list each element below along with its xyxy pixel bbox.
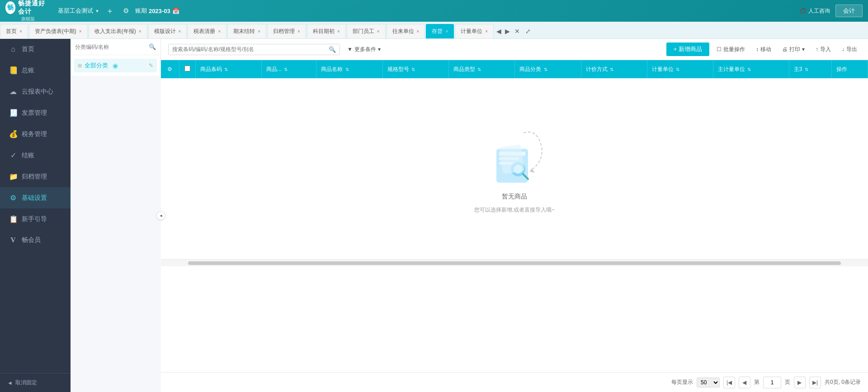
sidebar-label-archive: 归档管理 bbox=[22, 173, 47, 181]
category-search-input[interactable] bbox=[75, 44, 149, 50]
column-spec[interactable]: 规格型号 ⇅ bbox=[382, 60, 448, 78]
tab-unit[interactable]: 计量单位 × bbox=[455, 24, 494, 38]
add-tab-button[interactable]: ＋ bbox=[103, 5, 117, 16]
guide-icon: 📋 bbox=[9, 215, 17, 223]
sidebar: ⌂ 首页 📒 总账 ☁ 云报表中心 🧾 发票管理 💰 税务管理 ✓ 结账 📁 归… bbox=[0, 39, 71, 392]
page-next-button[interactable]: ▶ bbox=[794, 377, 806, 388]
tab-balance-sheet[interactable]: 资产负债表(中期) × bbox=[29, 24, 88, 38]
period-value: 2023-03 bbox=[149, 8, 170, 14]
column-code[interactable]: 商品... ⇅ bbox=[261, 60, 316, 78]
tab-period-close[interactable]: 期末结转 × bbox=[227, 24, 266, 38]
sidebar-item-reports[interactable]: ☁ 云报表中心 bbox=[0, 81, 71, 102]
tab-contact-label: 往来单位 bbox=[392, 28, 414, 35]
column-main-unit[interactable]: 主计量单位 ⇅ bbox=[713, 60, 789, 78]
panel-collapse-button[interactable]: ◄ bbox=[156, 211, 165, 220]
tab-expand-button[interactable]: ⤢ bbox=[523, 24, 533, 38]
pagination-bar: 每页显示 10 20 50 100 |◀ ◀ 第 页 ▶ ▶| 共0页, 0条记… bbox=[161, 372, 868, 392]
column-checkbox[interactable] bbox=[179, 60, 195, 78]
main-layout: ⌂ 首页 📒 总账 ☁ 云报表中心 🧾 发票管理 💰 税务管理 ✓ 结账 📁 归… bbox=[0, 39, 868, 392]
svg-rect-8 bbox=[499, 144, 524, 174]
tab-income-close[interactable]: × bbox=[139, 29, 142, 34]
cancel-fixed-button[interactable]: ◄ 取消固定 bbox=[0, 373, 71, 392]
sort-name-icon: ⇅ bbox=[345, 67, 349, 72]
tab-unit-close[interactable]: × bbox=[485, 29, 488, 34]
tab-template-label: 模版设计 bbox=[154, 28, 176, 35]
tab-subject-init-close[interactable]: × bbox=[337, 29, 340, 34]
sidebar-item-archive[interactable]: 📁 归档管理 bbox=[0, 166, 71, 187]
tab-archive[interactable]: 归档管理 × bbox=[267, 24, 306, 38]
tab-close-all-button[interactable]: ✕ bbox=[512, 24, 523, 38]
more-filter-button[interactable]: ▼ 更多条件 ▾ bbox=[344, 44, 384, 55]
tab-inventory[interactable]: 存货 × bbox=[426, 24, 454, 38]
tab-next-button[interactable]: ▶ bbox=[503, 24, 512, 38]
add-product-button[interactable]: + 新增商品 bbox=[666, 43, 709, 56]
export-button[interactable]: ↓ 导出 bbox=[838, 44, 861, 55]
tab-department[interactable]: 部门员工 × bbox=[347, 24, 386, 38]
category-edit-icon[interactable]: ✎ bbox=[149, 62, 153, 69]
page-first-button[interactable]: |◀ bbox=[723, 377, 735, 388]
category-all-item[interactable]: ⊞ 全部分类 ◉ ✎ bbox=[74, 59, 157, 72]
scrollbar-thumb[interactable] bbox=[188, 261, 841, 265]
header-settings-button[interactable]: ⚙ bbox=[120, 7, 132, 15]
tab-subject-init[interactable]: 科目期初 × bbox=[307, 24, 346, 38]
per-page-select[interactable]: 10 20 50 100 bbox=[697, 378, 720, 387]
column-extra[interactable]: 主3 ⇅ bbox=[789, 60, 831, 78]
sidebar-item-settings[interactable]: ⚙ 基础设置 bbox=[0, 187, 71, 208]
service-button[interactable]: 🎧 人工咨询 bbox=[800, 7, 830, 15]
tab-contact[interactable]: 往来单位 × bbox=[387, 24, 425, 38]
calendar-icon[interactable]: 📅 bbox=[172, 8, 179, 14]
chevron-down-icon: ▾ bbox=[378, 46, 381, 52]
sidebar-item-settle[interactable]: ✓ 结账 bbox=[0, 145, 71, 166]
page-number-input[interactable] bbox=[763, 377, 781, 388]
sidebar-item-member[interactable]: V 畅会员 bbox=[0, 230, 71, 250]
total-records-text: 共0页, 0条记录 bbox=[825, 378, 861, 386]
company-selector[interactable]: 基层工会测试 ▼ bbox=[58, 7, 99, 15]
page-last-button[interactable]: ▶| bbox=[809, 377, 821, 388]
column-name[interactable]: 商品名称 ⇅ bbox=[316, 60, 382, 78]
sort-barcode-icon: ⇅ bbox=[224, 67, 228, 72]
batch-button[interactable]: ☐ 批量操作 bbox=[713, 44, 749, 55]
sort-code-icon: ⇅ bbox=[284, 67, 288, 72]
sidebar-item-home[interactable]: ⌂ 首页 bbox=[0, 39, 71, 60]
empty-state: 暂无商品 您可以选择新增,或者直接导入哦~ bbox=[161, 78, 868, 259]
tab-home-close[interactable]: × bbox=[19, 29, 22, 34]
sidebar-item-ledger[interactable]: 📒 总账 bbox=[0, 60, 71, 81]
print-button[interactable]: 🖨 打印 ▾ bbox=[778, 44, 808, 55]
column-barcode[interactable]: 商品条码 ⇅ bbox=[195, 60, 261, 78]
sidebar-item-tax[interactable]: 💰 税务管理 bbox=[0, 123, 71, 145]
select-all-checkbox[interactable] bbox=[184, 66, 190, 71]
tab-period-close-label: 期末结转 bbox=[233, 28, 255, 35]
tab-income[interactable]: 收入支出表(年报) × bbox=[89, 24, 147, 38]
column-type[interactable]: 商品类型 ⇅ bbox=[448, 60, 514, 78]
column-category[interactable]: 商品分类 ⇅ bbox=[515, 60, 581, 78]
column-price-method[interactable]: 计价方式 ⇅ bbox=[581, 60, 647, 78]
sidebar-item-invoice[interactable]: 🧾 发票管理 bbox=[0, 102, 71, 123]
tab-period-close-x[interactable]: × bbox=[258, 29, 260, 34]
import-button[interactable]: ↑ 导入 bbox=[812, 44, 835, 55]
tab-balance-close[interactable]: × bbox=[79, 29, 82, 34]
move-button[interactable]: ↕ 移动 bbox=[752, 44, 775, 55]
product-table-container: ⚙ 商品条码 ⇅ 商品... ⇅ bbox=[161, 60, 868, 372]
pin-icon: ◄ bbox=[7, 380, 13, 386]
tab-inventory-close[interactable]: × bbox=[445, 29, 448, 34]
sidebar-item-guide[interactable]: 📋 新手引导 bbox=[0, 208, 71, 230]
column-action: 操作 bbox=[831, 60, 868, 78]
account-button[interactable]: 会计 bbox=[835, 5, 863, 17]
tab-department-close[interactable]: × bbox=[377, 29, 380, 34]
tab-archive-close[interactable]: × bbox=[297, 29, 300, 34]
page-prev-button[interactable]: ◀ bbox=[739, 377, 750, 388]
tab-home[interactable]: 首页 × bbox=[0, 24, 28, 38]
tab-inventory-label: 存货 bbox=[432, 28, 443, 35]
tab-template-close[interactable]: × bbox=[179, 29, 181, 34]
tab-template[interactable]: 模版设计 × bbox=[148, 24, 187, 38]
column-settings[interactable]: ⚙ bbox=[161, 60, 179, 78]
tab-contact-close[interactable]: × bbox=[417, 29, 420, 34]
sort-extra-icon: ⇅ bbox=[805, 67, 808, 72]
tab-tax-close[interactable]: × bbox=[218, 29, 221, 34]
product-search-input[interactable] bbox=[172, 46, 326, 52]
tab-tax[interactable]: 税表清册 × bbox=[188, 24, 226, 38]
sidebar-label-settle: 结账 bbox=[22, 151, 34, 160]
tab-prev-button[interactable]: ◀ bbox=[495, 24, 503, 38]
empty-secondary-text: 您可以选择新增,或者直接导入哦~ bbox=[474, 206, 555, 214]
column-unit[interactable]: 计量单位 ⇅ bbox=[647, 60, 713, 78]
